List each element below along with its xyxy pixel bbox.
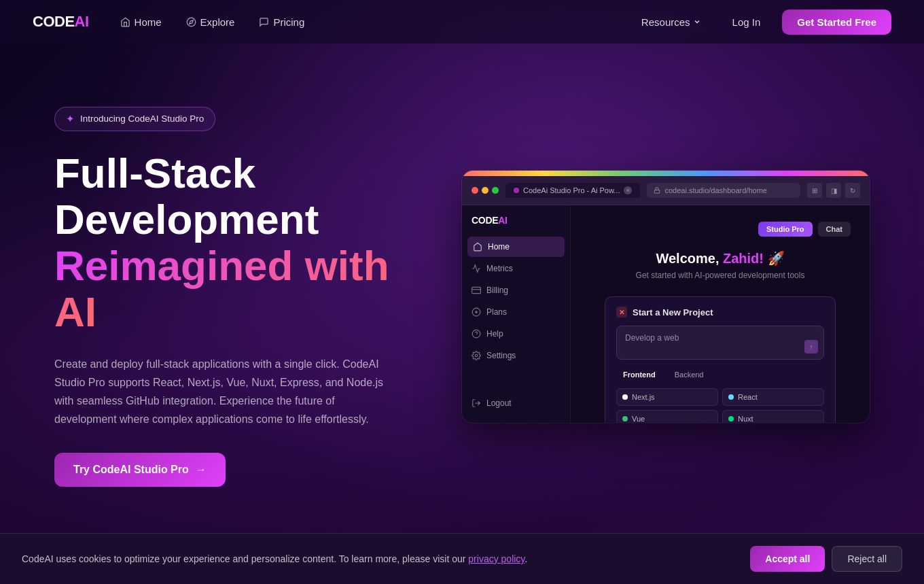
sidebar-plans-icon [472,307,481,317]
tab-close-button[interactable]: × [624,186,632,194]
sidebar-help-icon [472,329,481,339]
sidebar-item-plans[interactable]: Plans [462,302,570,322]
vue-label: Vue [632,415,645,423]
hero-left: ✦ Introducing CodeAI Studio Pro Full-Sta… [54,107,435,487]
stack-option-nuxt[interactable]: Nuxt [722,410,824,423]
chat-icon [259,17,269,27]
new-project-header: ✕ Start a New Project [616,307,824,317]
home-icon [120,17,130,27]
browser-actions: ⊞ ◨ ↻ [807,183,860,198]
logo[interactable]: CODEAI [33,13,89,31]
stack-option-nextjs[interactable]: Next.js [616,388,718,406]
stack-option-react[interactable]: React [722,388,824,406]
react-label: React [738,393,758,401]
nav-link-pricing[interactable]: Pricing [249,11,314,33]
nextjs-label: Next.js [632,393,655,401]
app-main: Studio Pro Chat Welcome, Zahid! 🚀 Get st… [571,205,870,423]
sidebar-item-billing[interactable]: Billing [462,280,570,300]
privacy-policy-link[interactable]: privacy policy [468,553,525,564]
try-cta-button[interactable]: Try CodeAI Studio Pro → [54,453,226,487]
navbar: CODEAI Home Explore Pricing Resources Lo… [0,0,924,44]
sidebar-billing-icon [472,286,481,295]
stack-tabs: Frontend Backend [616,368,824,381]
svg-rect-2 [655,190,660,194]
stack-options: Next.js React Vue [616,388,824,423]
sidebar-settings-icon [472,351,481,360]
accept-all-button[interactable]: Accept all [750,546,825,572]
lock-icon [654,187,660,194]
cookie-text: CodeAI uses cookies to optimize your exp… [22,553,527,564]
hero-description: Create and deploy full-stack application… [54,355,394,429]
new-project-title: Start a New Project [633,307,713,317]
stack-tab-backend[interactable]: Backend [668,368,711,381]
vue-dot [622,416,628,422]
compass-icon [186,17,196,27]
cookie-banner: CodeAI uses cookies to optimize your exp… [0,533,924,584]
login-button[interactable]: Log In [722,11,772,33]
welcome-title: Welcome, Zahid! 🚀 [636,250,805,267]
nextjs-dot [622,394,628,400]
sidebar-item-metrics[interactable]: Metrics [462,258,570,279]
nuxt-label: Nuxt [738,415,753,423]
stack-tab-frontend[interactable]: Frontend [616,368,662,381]
badge[interactable]: ✦ Introducing CodeAI Studio Pro [54,107,215,131]
browser-url-bar[interactable]: codeai.studio/dashboard/home [647,183,800,198]
title-line2: Development [54,196,319,243]
app-logo: CODEAI [462,215,570,235]
tab-favicon [514,188,519,193]
get-started-button[interactable]: Get Started Free [782,10,891,35]
studio-pro-button[interactable]: Studio Pro [758,222,813,237]
sidebar-metrics-label: Metrics [486,264,513,273]
welcome-text: Welcome, Zahid! 🚀 Get started with AI-po… [636,250,805,280]
sidebar-plans-label: Plans [486,307,507,317]
nav-link-home[interactable]: Home [111,11,171,33]
hero-action: Try CodeAI Studio Pro → [54,453,435,487]
nav-links: Home Explore Pricing [111,11,315,33]
welcome-subtitle: Get started with AI-powered development … [636,271,805,280]
x-icon: ✕ [616,307,627,317]
svg-point-0 [187,18,196,27]
browser-chrome: CodeAi Studio Pro - Ai Pow... × codeai.s… [462,176,870,205]
rainbow-border [462,171,870,176]
title-line1: Full-Stack [54,150,255,196]
sidebar-item-home[interactable]: Home [467,237,565,257]
browser-tab: CodeAi Studio Pro - Ai Pow... × [505,183,640,198]
nav-link-explore[interactable]: Explore [177,11,245,33]
logout-icon [472,398,481,408]
send-button[interactable]: ↑ [804,340,818,354]
title-gradient: Reimagined with AI [54,242,389,335]
tab-label: CodeAi Studio Pro - Ai Pow... [523,186,620,194]
app-sidebar: CODEAI Home Metrics Billing [462,205,571,423]
sidebar-bottom: Logout [462,393,570,413]
browser-action-1[interactable]: ⊞ [807,183,822,198]
dot-red [472,187,478,194]
sidebar-item-settings[interactable]: Settings [462,345,570,366]
browser-dots [472,187,499,194]
hero-section: ✦ Introducing CodeAI Studio Pro Full-Sta… [0,44,924,536]
project-input-area[interactable]: Develop a web ↑ [616,326,824,360]
sidebar-item-logout[interactable]: Logout [462,393,570,413]
browser-action-3[interactable]: ↻ [845,183,860,198]
sidebar-metrics-icon [472,264,481,273]
svg-rect-3 [472,287,481,293]
stack-option-vue[interactable]: Vue [616,410,718,423]
sidebar-help-label: Help [486,329,503,339]
app-screenshot: CodeAi Studio Pro - Ai Pow... × codeai.s… [462,171,870,423]
sidebar-item-help[interactable]: Help [462,324,570,344]
browser-action-2[interactable]: ◨ [826,183,841,198]
chevron-down-icon [693,18,701,26]
project-placeholder: Develop a web [625,333,679,343]
dot-yellow [482,187,488,194]
reject-all-button[interactable]: Reject all [832,546,902,572]
app-content: CODEAI Home Metrics Billing [462,205,870,423]
nav-left: CODEAI Home Explore Pricing [33,11,314,33]
hero-right: CodeAi Studio Pro - Ai Pow... × codeai.s… [462,171,870,423]
chat-button[interactable]: Chat [818,222,851,237]
cookie-actions: Accept all Reject all [750,546,902,572]
resources-button[interactable]: Resources [632,11,711,33]
sidebar-home-label: Home [488,242,510,252]
sidebar-settings-label: Settings [486,351,516,360]
hero-title: Full-Stack Development Reimagined with A… [54,150,435,336]
react-dot [728,394,734,400]
nav-right: Resources Log In Get Started Free [632,10,891,35]
